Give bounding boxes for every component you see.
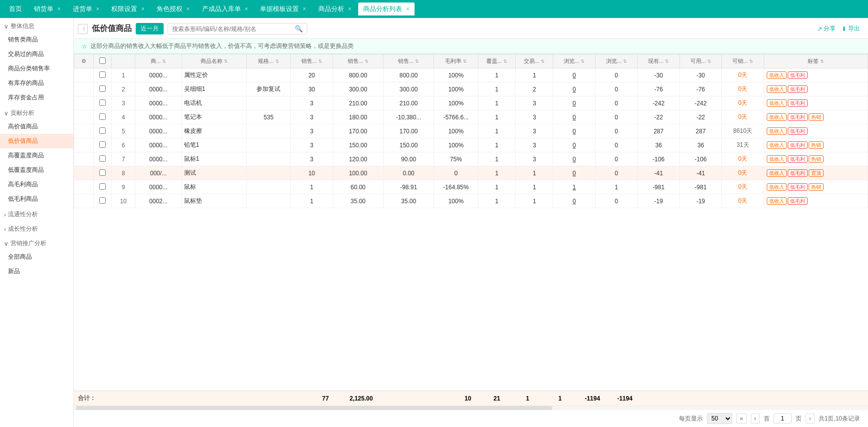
sidebar-item-stock-fund[interactable]: 库存资金占用: [0, 90, 73, 105]
nav-salesorder[interactable]: 销货单 ×: [29, 2, 66, 15]
col-saleqty-header[interactable]: 销售... ⇅: [291, 54, 333, 68]
check-cell[interactable]: [93, 152, 111, 166]
col-saleavg-header[interactable]: 销售... ⇅: [383, 54, 434, 68]
browse1-cell[interactable]: 0: [553, 152, 595, 166]
check-cell[interactable]: [93, 110, 111, 124]
row-checkbox[interactable]: [99, 141, 106, 148]
browse1-cell[interactable]: 0: [553, 96, 595, 110]
sidebar-item-high-value[interactable]: 高价值商品: [0, 119, 73, 134]
nav-product-inbound[interactable]: 产成品入库单 ×: [197, 2, 253, 15]
col-stock-header[interactable]: 现有... ⇅: [638, 54, 679, 68]
check-cell[interactable]: [93, 194, 111, 208]
row-checkbox[interactable]: [99, 183, 106, 190]
check-cell[interactable]: [93, 124, 111, 138]
browse1-link[interactable]: 1: [573, 184, 576, 191]
nav-product-analysis-list[interactable]: 商品分析列表 ×: [358, 2, 415, 15]
browse1-cell[interactable]: 0: [553, 124, 595, 138]
sidebar-item-new-products[interactable]: 新品: [0, 264, 73, 279]
export-button[interactable]: ⬇ 导出: [842, 24, 860, 33]
nav-roles[interactable]: 角色授权 ×: [152, 2, 195, 15]
sidebar-group-marketing[interactable]: ∨ 营销推广分析: [0, 235, 73, 250]
sidebar-item-low-value[interactable]: 低价值商品: [0, 134, 73, 148]
row-checkbox[interactable]: [99, 85, 106, 92]
col-browse2-header[interactable]: 浏览... ⇅: [595, 54, 637, 68]
page-input[interactable]: [774, 414, 792, 424]
next-page-button[interactable]: ›: [806, 414, 815, 424]
scrollbar[interactable]: [74, 406, 868, 410]
col-gross-header[interactable]: 毛利率 ⇅: [434, 54, 478, 68]
browse1-cell[interactable]: 0: [553, 68, 595, 82]
check-cell[interactable]: [93, 166, 111, 180]
table-row[interactable]: 4 0000... 笔记本 535 3 180.00 -10,380... -5…: [74, 110, 868, 124]
sidebar-group-growth[interactable]: › 成长性分析: [0, 221, 73, 235]
page-size-select[interactable]: 50 100: [707, 413, 732, 424]
table-row[interactable]: 5 0000... 橡皮擦 3 170.00 170.00 100% 1 3 0…: [74, 124, 868, 138]
row-checkbox[interactable]: [99, 113, 106, 120]
check-cell[interactable]: [93, 138, 111, 152]
table-row[interactable]: 6 0000... 铅笔1 3 150.00 150.00 100% 1 3 0…: [74, 138, 868, 152]
search-icon[interactable]: 🔍: [295, 25, 303, 32]
sidebar-group-overall[interactable]: ∨ 整体信息: [0, 18, 73, 32]
col-saleamt-header[interactable]: 销售... ⇅: [333, 54, 383, 68]
col-name-header[interactable]: 商品名称 ⇅: [182, 54, 246, 68]
table-row[interactable]: 8 000/... 测试 10 100.00 0.00 0 1 1 0 0 -4…: [74, 166, 868, 180]
check-cell[interactable]: [93, 68, 111, 82]
sidebar-item-low-coverage[interactable]: 低覆盖度商品: [0, 163, 73, 177]
col-spec-header[interactable]: 规格... ⇅: [246, 54, 290, 68]
col-cover-header[interactable]: 覆盖... ⇅: [478, 54, 515, 68]
close-icon[interactable]: ×: [141, 5, 145, 12]
browse1-cell[interactable]: 0: [553, 194, 595, 208]
collapse-sidebar-button[interactable]: 《: [78, 24, 88, 34]
sidebar-item-all-products[interactable]: 全部商品: [0, 250, 73, 264]
nav-home[interactable]: 首页: [4, 2, 27, 15]
close-icon[interactable]: ×: [244, 5, 248, 12]
col-check-all[interactable]: [93, 54, 111, 68]
nav-permissions[interactable]: 权限设置 ×: [106, 2, 150, 15]
row-checkbox[interactable]: [99, 155, 106, 162]
check-cell[interactable]: [93, 82, 111, 96]
close-icon[interactable]: ×: [303, 5, 306, 12]
browse1-cell[interactable]: 0: [553, 138, 595, 152]
sidebar-item-low-margin[interactable]: 低毛利商品: [0, 192, 73, 206]
check-all-checkbox[interactable]: [99, 57, 106, 64]
nav-purchaseorder[interactable]: 进货单 ×: [68, 2, 105, 15]
close-icon[interactable]: ×: [348, 5, 351, 12]
close-icon[interactable]: ×: [187, 5, 190, 12]
row-checkbox[interactable]: [99, 197, 106, 204]
search-input[interactable]: [172, 25, 295, 32]
table-row[interactable]: 2 0000... 吴细细1 参加复试 30 300.00 300.00 100…: [74, 82, 868, 96]
browse1-cell[interactable]: 0: [553, 82, 595, 96]
close-icon[interactable]: ×: [406, 5, 410, 12]
sidebar-group-circulation[interactable]: › 流通性分析: [0, 206, 73, 221]
nav-template-settings[interactable]: 单据模板设置 ×: [255, 2, 311, 15]
close-icon[interactable]: ×: [57, 5, 61, 12]
sidebar-group-contribution[interactable]: ∨ 贡献分析: [0, 105, 73, 119]
browse1-cell[interactable]: 0: [553, 110, 595, 124]
row-checkbox[interactable]: [99, 71, 106, 78]
col-trade-header[interactable]: 交易... ⇅: [516, 54, 553, 68]
col-tag-header[interactable]: 标签 ⇅: [764, 54, 868, 68]
browse1-cell[interactable]: 0: [553, 166, 595, 180]
table-row[interactable]: 9 0000... 鼠标 1 60.00 -98.91 -164.85% 1 1…: [74, 180, 868, 194]
row-checkbox[interactable]: [99, 99, 106, 106]
share-button[interactable]: ↗ 分享: [817, 24, 836, 33]
sidebar-item-stock-products[interactable]: 有库存的商品: [0, 76, 73, 90]
col-code-header[interactable]: 商... ⇅: [135, 54, 182, 68]
table-row[interactable]: 10 0002... 鼠标垫 1 35.00 35.00 100% 1 1 0 …: [74, 194, 868, 208]
table-row[interactable]: 1 0000... 属性定价 20 800.00 800.00 100% 1 1…: [74, 68, 868, 82]
nav-product-analysis[interactable]: 商品分析 ×: [313, 2, 357, 15]
sidebar-item-traded-products[interactable]: 交易过的商品: [0, 47, 73, 61]
row-checkbox[interactable]: [99, 169, 106, 176]
table-row[interactable]: 3 0000... 电话机 3 210.00 210.00 100% 1 3 0…: [74, 96, 868, 110]
browse1-cell[interactable]: 1: [553, 180, 595, 194]
row-checkbox[interactable]: [99, 127, 106, 134]
table-row[interactable]: 7 0000... 鼠标1 3 120.00 90.00 75% 1 3 0 0…: [74, 152, 868, 166]
sidebar-item-high-margin[interactable]: 高毛利商品: [0, 177, 73, 192]
prev-page-button[interactable]: ‹: [751, 414, 760, 424]
filter-recent-month-button[interactable]: 近一月: [136, 23, 164, 34]
sidebar-item-sales-products[interactable]: 销售类商品: [0, 32, 73, 47]
sidebar-item-high-coverage[interactable]: 高覆盖度商品: [0, 148, 73, 163]
check-cell[interactable]: [93, 96, 111, 110]
sidebar-item-category-rate[interactable]: 商品分类销售率: [0, 61, 73, 76]
first-page-button[interactable]: «: [736, 414, 747, 424]
